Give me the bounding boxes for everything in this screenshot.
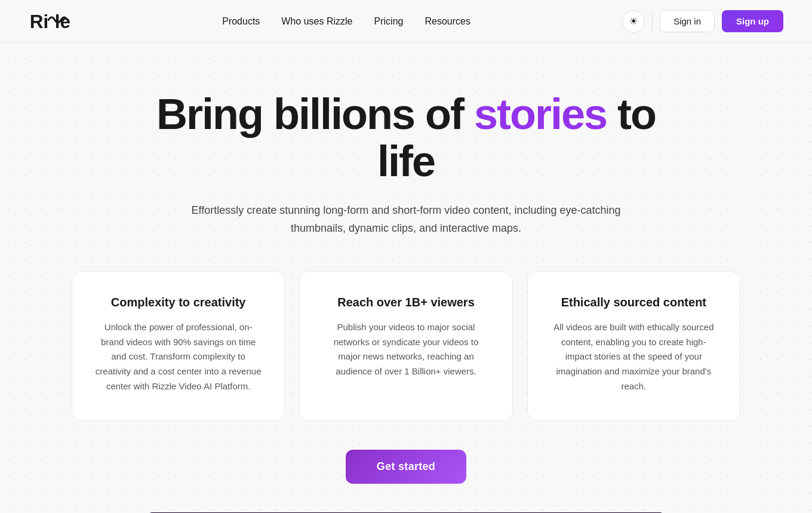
nav-actions: ☀ Sign in Sign up <box>622 10 783 33</box>
svg-text:le: le <box>55 11 70 32</box>
card-reach-text: Publish your videos to major social netw… <box>321 320 490 379</box>
card-complexity-title: Complexity to creativity <box>94 296 263 309</box>
cta-section: Get started <box>346 450 466 484</box>
card-ethical-text: All videos are built with ethically sour… <box>549 320 718 394</box>
hero-headline: Bring billions of stories to life <box>149 91 663 185</box>
nav-products[interactable]: Products <box>222 16 260 26</box>
card-ethical-title: Ethically sourced content <box>549 296 718 309</box>
logo[interactable]: Ri le <box>29 10 70 33</box>
card-ethical: Ethically sourced content All videos are… <box>527 271 740 421</box>
nav-who-uses[interactable]: Who uses Rizzle <box>281 16 352 26</box>
card-complexity-text: Unlock the power of professional, on-bra… <box>94 320 263 394</box>
headline-prefix: Bring billions of <box>156 90 474 138</box>
signin-button[interactable]: Sign in <box>660 10 715 32</box>
get-started-button[interactable]: Get started <box>346 450 466 484</box>
signup-button[interactable]: Sign up <box>722 10 783 32</box>
card-complexity: Complexity to creativity Unlock the powe… <box>72 271 285 421</box>
logo-icon: Ri le <box>29 10 70 33</box>
headline-highlight: stories <box>474 90 607 138</box>
card-reach-title: Reach over 1B+ viewers <box>321 296 490 309</box>
cards-row: Complexity to creativity Unlock the powe… <box>48 271 764 421</box>
nav-resources[interactable]: Resources <box>425 16 470 26</box>
svg-text:Ri: Ri <box>30 11 49 32</box>
hero-subtext: Effortlessly create stunning long-form a… <box>191 202 621 237</box>
main-content: Bring billions of stories to life Effort… <box>0 43 812 513</box>
nav-divider <box>652 13 653 30</box>
navbar: Ri le Products Who uses Rizzle Pricing R… <box>0 0 812 43</box>
card-reach: Reach over 1B+ viewers Publish your vide… <box>299 271 512 421</box>
theme-toggle-button[interactable]: ☀ <box>622 10 645 33</box>
nav-pricing[interactable]: Pricing <box>374 16 404 26</box>
nav-links: Products Who uses Rizzle Pricing Resourc… <box>222 16 470 27</box>
hero-section: Bring billions of stories to life Effort… <box>137 91 675 271</box>
